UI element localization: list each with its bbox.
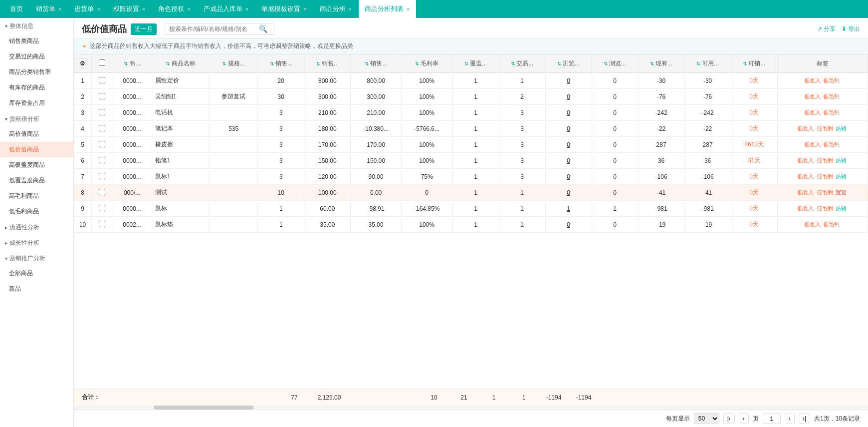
sidebar-group-contribution[interactable]: ▾ 贡献值分析 — [0, 111, 73, 126]
nav-close-role[interactable]: × — [187, 6, 190, 12]
sort-icon-2[interactable]: ⇅ — [166, 61, 170, 66]
sidebar-item-new-products[interactable]: 新品 — [0, 281, 73, 297]
nav-product-analysis[interactable]: 商品分析 × — [314, 0, 358, 18]
sort-icon-11[interactable]: ⇅ — [604, 61, 608, 66]
browse-link[interactable]: 0 — [567, 157, 570, 164]
sort-icon[interactable]: ⇅ — [124, 61, 128, 66]
prev-page-button[interactable]: ‹ — [739, 414, 749, 424]
page-size-select[interactable]: 50 100 200 — [694, 413, 719, 424]
browse-link[interactable]: 0 — [567, 141, 570, 148]
tag-badge: 低收入 — [797, 157, 814, 163]
browse-link[interactable]: 0 — [567, 189, 570, 196]
sort-icon-5[interactable]: ⇅ — [316, 61, 320, 66]
sidebar-item-low-value[interactable]: 低价值商品 — [0, 142, 73, 157]
cell-sales-amount: 35.00 — [351, 217, 402, 233]
sort-icon-8[interactable]: ⇅ — [464, 61, 468, 66]
tag-badge: 低收入 — [804, 141, 821, 147]
search-input[interactable] — [169, 25, 259, 32]
sort-icon-13[interactable]: ⇅ — [696, 61, 700, 66]
sidebar-group-overall[interactable]: ▾ 整体信息 — [0, 18, 73, 33]
nav-close-product[interactable]: × — [245, 6, 248, 12]
search-icon[interactable]: 🔍 — [259, 25, 267, 33]
sort-icon-6[interactable]: ⇅ — [365, 61, 369, 66]
browse-link[interactable]: 0 — [567, 173, 570, 180]
cell-current: -242 — [638, 105, 684, 121]
nav-product-analysis-list[interactable]: 商品分析列表 × — [359, 0, 416, 18]
sidebar-item-high-value[interactable]: 高价值商品 — [0, 126, 73, 142]
page-number-input[interactable] — [763, 414, 781, 424]
sort-icon-9[interactable]: ⇅ — [511, 61, 515, 66]
footer-spacer — [110, 394, 279, 401]
chevron-down-icon-2: ▾ — [5, 116, 7, 122]
col-gear: ⚙ — [74, 54, 92, 73]
time-filter-button[interactable]: 近一月 — [131, 23, 157, 35]
cell-name: 鼠标垫 — [152, 217, 209, 233]
nav-template-setting[interactable]: 单据模板设置 × — [255, 0, 312, 18]
row-checkbox[interactable] — [99, 125, 105, 131]
select-all-checkbox[interactable] — [99, 59, 105, 66]
sidebar-item-category-sales[interactable]: 商品分类销售率 — [0, 64, 73, 80]
last-page-button[interactable]: ›| — [799, 414, 810, 424]
row-checkbox[interactable] — [99, 221, 105, 227]
horizontal-scrollbar[interactable] — [74, 406, 868, 410]
nav-role-auth[interactable]: 角色授权 × — [152, 0, 196, 18]
sidebar-group-circulation[interactable]: ▸ 流通性分析 — [0, 219, 73, 235]
scrollbar-thumb[interactable] — [154, 406, 253, 410]
share-button[interactable]: ↗ 分享 — [817, 25, 836, 33]
row-checkbox[interactable] — [99, 173, 105, 179]
cell-browse2: 0 — [592, 217, 638, 233]
col-spec-header: ⇅ 规格... — [210, 54, 258, 73]
browse-link[interactable]: 0 — [567, 125, 570, 132]
page-size-label: 每页显示 — [666, 415, 690, 423]
nav-close-analysis[interactable]: × — [349, 6, 352, 12]
nav-close-analysis-list[interactable]: × — [407, 6, 410, 12]
sidebar-group-marketing[interactable]: ▾ 营销推广分析 — [0, 250, 73, 266]
nav-home[interactable]: 首页 — [4, 0, 29, 18]
nav-close-permission[interactable]: × — [142, 6, 145, 12]
first-page-button[interactable]: |‹ — [723, 414, 735, 424]
sidebar-item-low-margin[interactable]: 低毛利商品 — [0, 204, 73, 219]
nav-product-storage[interactable]: 产成品入库单 × — [198, 0, 254, 18]
next-page-button[interactable]: › — [785, 414, 795, 424]
sidebar-item-traded-products[interactable]: 交易过的商品 — [0, 49, 73, 64]
data-table-area: ⚙ ⇅ 商... ⇅ 商品名称 ⇅ 规格... — [74, 54, 868, 389]
row-checkbox[interactable] — [99, 77, 105, 83]
nav-close-template[interactable]: × — [303, 6, 306, 12]
sidebar-item-stock-fund[interactable]: 库存资金占用 — [0, 95, 73, 111]
sidebar-item-high-margin[interactable]: 高毛利商品 — [0, 188, 73, 204]
sort-icon-10[interactable]: ⇅ — [557, 61, 561, 66]
nav-sales-order[interactable]: 销货单 × — [30, 0, 67, 18]
browse-link[interactable]: 0 — [567, 93, 570, 100]
sidebar-item-stock-products[interactable]: 有库存的商品 — [0, 80, 73, 95]
browse-link[interactable]: 0 — [567, 77, 570, 84]
nav-close-sales[interactable]: × — [58, 6, 61, 12]
sidebar-group-growth[interactable]: ▸ 成长性分析 — [0, 235, 73, 250]
sidebar-item-sales-products[interactable]: 销售类商品 — [0, 33, 73, 49]
cell-coverage: 1 — [452, 169, 499, 185]
sidebar: ▾ 整体信息 销售类商品 交易过的商品 商品分类销售率 有库存的商品 库存资金占… — [0, 18, 74, 427]
sidebar-item-high-coverage[interactable]: 高覆盖度商品 — [0, 157, 73, 173]
sort-icon-12[interactable]: ⇅ — [650, 61, 654, 66]
row-checkbox[interactable] — [99, 189, 105, 195]
row-checkbox[interactable] — [99, 141, 105, 147]
cell-tags: 低收入 低毛利 热销 — [777, 201, 868, 217]
row-checkbox[interactable] — [99, 205, 105, 211]
cell-sales-amount: -10,380... — [351, 121, 402, 137]
row-checkbox[interactable] — [99, 157, 105, 163]
sidebar-item-low-coverage[interactable]: 低覆盖度商品 — [0, 173, 73, 188]
column-settings-button[interactable]: ⚙ — [77, 58, 88, 68]
browse-link[interactable]: 0 — [567, 221, 570, 228]
sort-icon-3[interactable]: ⇅ — [222, 61, 226, 66]
row-checkbox[interactable] — [99, 109, 105, 115]
row-checkbox[interactable] — [99, 93, 105, 99]
browse-link[interactable]: 0 — [567, 109, 570, 116]
sort-icon-7[interactable]: ⇅ — [415, 61, 419, 66]
export-button[interactable]: ⬇ 导出 — [842, 25, 860, 33]
browse-link[interactable]: 1 — [567, 205, 570, 212]
sidebar-item-all-products[interactable]: 全部商品 — [0, 266, 73, 281]
sort-icon-14[interactable]: ⇅ — [743, 61, 747, 66]
nav-purchase-order[interactable]: 进货单 × — [68, 0, 106, 18]
nav-close-purchase[interactable]: × — [97, 6, 100, 12]
nav-permission[interactable]: 权限设置 × — [107, 0, 151, 18]
sort-icon-4[interactable]: ⇅ — [270, 61, 274, 66]
